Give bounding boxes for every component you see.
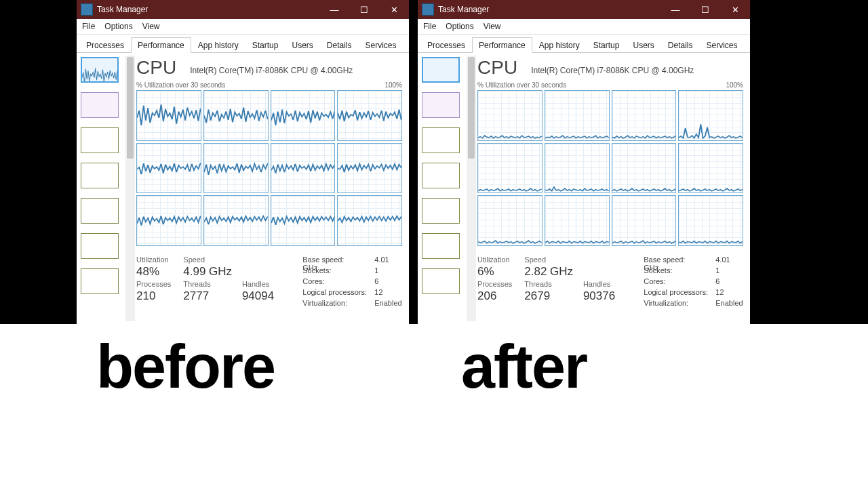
util-label: Utilization bbox=[136, 256, 183, 264]
sidebar-memory[interactable] bbox=[422, 92, 460, 118]
tab-services[interactable]: Services bbox=[700, 37, 745, 53]
app-icon bbox=[422, 3, 434, 16]
window-title: Task Manager bbox=[97, 5, 319, 14]
cpu-grid-after bbox=[477, 90, 743, 246]
task-manager-before: Task Manager — ☐ ✕ File Options View Pro… bbox=[77, 0, 409, 324]
sidebar-disk4[interactable] bbox=[81, 268, 119, 294]
cpu-specs: Base speed:4.01 GHz Sockets:1 Cores:6 Lo… bbox=[644, 256, 743, 310]
tab-users[interactable]: Users bbox=[626, 37, 660, 53]
proc-value: 210 bbox=[136, 289, 183, 303]
cpu-core-chart bbox=[477, 195, 542, 246]
cpu-core-chart bbox=[545, 90, 610, 141]
cpu-core-chart bbox=[203, 90, 269, 141]
menubar: File Options View bbox=[77, 19, 409, 35]
tab-users[interactable]: Users bbox=[285, 37, 319, 53]
close-button[interactable]: ✕ bbox=[379, 0, 409, 19]
cpu-core-chart bbox=[337, 195, 402, 246]
threads-label: Threads bbox=[524, 280, 583, 288]
handles-value: 94094 bbox=[242, 289, 288, 303]
cpu-model: Intel(R) Core(TM) i7-8086K CPU @ 4.00GHz bbox=[531, 66, 694, 79]
util-value: 48% bbox=[136, 265, 183, 279]
tab-details[interactable]: Details bbox=[661, 37, 700, 53]
tab-performance[interactable]: Performance bbox=[131, 37, 191, 53]
cpu-heading: CPU bbox=[477, 57, 517, 79]
tab-details[interactable]: Details bbox=[320, 37, 359, 53]
cpu-core-chart bbox=[136, 90, 201, 141]
tabs: Processes Performance App history Startu… bbox=[77, 35, 409, 53]
sidebar-disk0[interactable] bbox=[81, 127, 119, 153]
tab-startup[interactable]: Startup bbox=[245, 37, 285, 53]
sidebar-memory[interactable] bbox=[81, 92, 119, 118]
sidebar-cpu[interactable] bbox=[81, 57, 119, 83]
cpu-core-chart bbox=[136, 195, 201, 246]
sidebar-disk1[interactable] bbox=[81, 163, 119, 188]
speed-value: 2.82 GHz bbox=[524, 265, 583, 279]
cpu-core-chart bbox=[612, 90, 677, 141]
sidebar-disk2[interactable] bbox=[81, 198, 119, 224]
cpu-core-chart bbox=[203, 143, 269, 194]
tab-apphistory[interactable]: App history bbox=[532, 37, 587, 53]
sidebar-scrollbar[interactable] bbox=[467, 56, 476, 321]
sidebar-disk1[interactable] bbox=[422, 163, 460, 188]
sidebar-disk3[interactable] bbox=[81, 233, 119, 259]
proc-label: Processes bbox=[136, 280, 183, 288]
tab-services[interactable]: Services bbox=[359, 37, 403, 53]
cpu-core-chart bbox=[545, 195, 610, 246]
menu-file[interactable]: File bbox=[82, 22, 95, 31]
cpu-core-chart bbox=[678, 195, 743, 246]
window-title: Task Manager bbox=[438, 5, 660, 14]
cpu-core-chart bbox=[477, 90, 542, 141]
cpu-panel: CPU Intel(R) Core(TM) i7-8086K CPU @ 4.0… bbox=[476, 53, 750, 325]
cpu-core-chart bbox=[337, 90, 402, 141]
chart-label: % Utilization over 30 seconds bbox=[477, 81, 566, 89]
util-label: Utilization bbox=[477, 256, 524, 264]
tab-processes[interactable]: Processes bbox=[79, 37, 131, 53]
cpu-model: Intel(R) Core(TM) i7-8086K CPU @ 4.00GHz bbox=[190, 66, 353, 79]
tab-startup[interactable]: Startup bbox=[587, 37, 627, 53]
maximize-button[interactable]: ☐ bbox=[349, 0, 379, 19]
threads-value: 2679 bbox=[524, 289, 583, 303]
sidebar-disk4[interactable] bbox=[422, 268, 460, 294]
tab-performance[interactable]: Performance bbox=[472, 37, 532, 53]
minimize-button[interactable]: — bbox=[319, 0, 349, 19]
cpu-heading: CPU bbox=[136, 57, 176, 79]
sidebar-scrollbar[interactable] bbox=[125, 56, 135, 321]
close-button[interactable]: ✕ bbox=[720, 0, 750, 19]
chart-max: 100% bbox=[726, 81, 743, 89]
caption-before: before bbox=[96, 332, 275, 402]
cpu-core-chart bbox=[203, 195, 269, 246]
cpu-core-chart bbox=[271, 195, 336, 246]
proc-value: 206 bbox=[477, 289, 524, 303]
threads-label: Threads bbox=[183, 280, 242, 288]
tabs: Processes Performance App history Startu… bbox=[418, 35, 750, 53]
performance-sidebar bbox=[418, 53, 476, 325]
titlebar[interactable]: Task Manager — ☐ ✕ bbox=[418, 0, 750, 19]
threads-value: 2777 bbox=[183, 289, 242, 303]
handles-label: Handles bbox=[242, 280, 288, 288]
sidebar-disk0[interactable] bbox=[422, 127, 460, 153]
menu-options[interactable]: Options bbox=[446, 22, 473, 31]
titlebar[interactable]: Task Manager — ☐ ✕ bbox=[77, 0, 409, 19]
cpu-core-chart bbox=[678, 90, 743, 141]
menubar: File Options View bbox=[418, 19, 750, 35]
sidebar-disk2[interactable] bbox=[422, 198, 460, 224]
performance-sidebar bbox=[77, 53, 135, 325]
maximize-button[interactable]: ☐ bbox=[690, 0, 720, 19]
cpu-panel: CPU Intel(R) Core(TM) i7-8086K CPU @ 4.0… bbox=[135, 53, 409, 325]
cpu-core-chart bbox=[545, 143, 610, 194]
tab-apphistory[interactable]: App history bbox=[191, 37, 245, 53]
app-icon bbox=[81, 3, 93, 16]
menu-file[interactable]: File bbox=[423, 22, 436, 31]
minimize-button[interactable]: — bbox=[660, 0, 690, 19]
chart-max: 100% bbox=[384, 81, 402, 89]
cpu-grid-before bbox=[136, 90, 402, 246]
menu-view[interactable]: View bbox=[484, 22, 501, 31]
tab-processes[interactable]: Processes bbox=[420, 37, 472, 53]
speed-label: Speed bbox=[524, 256, 583, 264]
sidebar-disk3[interactable] bbox=[422, 233, 460, 259]
cpu-core-chart bbox=[612, 143, 677, 194]
menu-view[interactable]: View bbox=[142, 22, 160, 31]
handles-value: 90376 bbox=[583, 289, 629, 303]
sidebar-cpu[interactable] bbox=[422, 57, 460, 83]
menu-options[interactable]: Options bbox=[104, 22, 132, 31]
